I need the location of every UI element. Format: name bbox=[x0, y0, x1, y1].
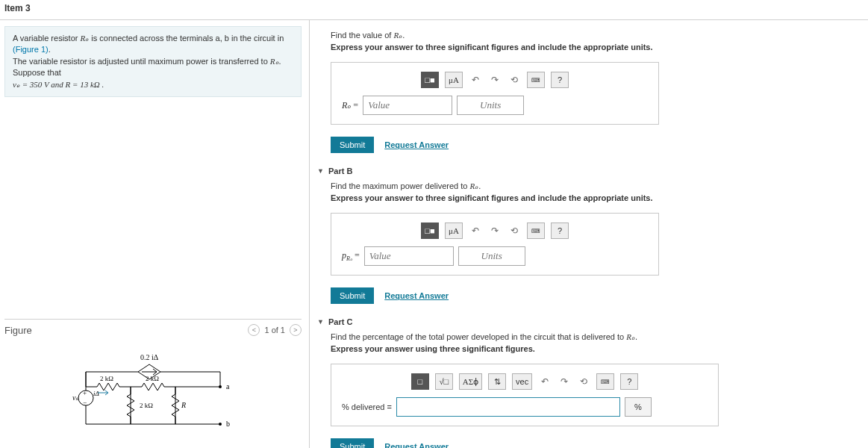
redo-icon[interactable]: ↷ bbox=[488, 224, 502, 237]
part-c-value-input[interactable] bbox=[396, 397, 620, 417]
problem-statement: A variable resistor Rₒ is connected acro… bbox=[4, 26, 302, 97]
figure-header: Figure < 1 of 1 > bbox=[4, 319, 302, 340]
part-a-request-answer-link[interactable]: Request Answer bbox=[384, 140, 449, 149]
reset-icon[interactable]: ⟲ bbox=[508, 224, 521, 237]
part-c-instructions: Express your answer using three signific… bbox=[331, 344, 853, 353]
part-c-answer-box: □ √□ ΑΣϕ ⇅ vec ↶ ↷ ⟲ ⌨ ? % delivered = bbox=[331, 364, 719, 426]
part-b-answer-box: □■ μA ↶ ↷ ⟲ ⌨ ? pRₒ = bbox=[331, 213, 659, 276]
svg-text:iΔ: iΔ bbox=[93, 390, 99, 397]
undo-icon[interactable]: ↶ bbox=[469, 224, 482, 237]
help-button[interactable]: ? bbox=[620, 373, 638, 390]
part-c-request-answer-link[interactable]: Request Answer bbox=[384, 442, 449, 448]
prev-figure-button[interactable]: < bbox=[248, 324, 260, 336]
part-b: Find the maximum power delivered to Rₒ. … bbox=[317, 178, 853, 310]
units-mu-button[interactable]: μA bbox=[445, 72, 463, 88]
keyboard-icon[interactable]: ⌨ bbox=[596, 373, 614, 390]
figure-pager: < 1 of 1 > bbox=[248, 324, 302, 336]
part-c-header[interactable]: ▼ Part C bbox=[317, 317, 853, 326]
right-panel: Find the value of Rₒ. Express your answe… bbox=[310, 20, 868, 448]
part-b-units-input[interactable] bbox=[458, 246, 525, 266]
part-c: Find the percentage of the total power d… bbox=[317, 329, 853, 448]
figure-title: Figure bbox=[4, 325, 32, 336]
part-b-header[interactable]: ▼ Part B bbox=[317, 167, 853, 175]
undo-icon[interactable]: ↶ bbox=[538, 375, 552, 388]
part-c-var-label: % delivered = bbox=[342, 402, 392, 411]
part-a: Find the value of Rₒ. Express your answe… bbox=[317, 28, 853, 159]
svg-text:+: + bbox=[83, 389, 87, 396]
updown-button[interactable]: ⇅ bbox=[488, 373, 506, 390]
next-figure-button[interactable]: > bbox=[290, 324, 302, 336]
part-a-answer-box: □■ μA ↶ ↷ ⟲ ⌨ ? Rₒ = bbox=[331, 62, 659, 125]
reset-icon[interactable]: ⟲ bbox=[577, 375, 590, 388]
redo-icon[interactable]: ↷ bbox=[558, 375, 571, 388]
svg-text:vₛ: vₛ bbox=[72, 393, 78, 402]
part-b-request-answer-link[interactable]: Request Answer bbox=[384, 291, 449, 300]
circuit-figure: 0.2 iΔ 2 kΩ 2 kΩ 2 kΩ R a b vₛ + − iΔ bbox=[4, 340, 302, 448]
sqrt-button[interactable]: √□ bbox=[435, 373, 453, 390]
keyboard-icon[interactable]: ⌨ bbox=[527, 72, 545, 88]
svg-point-23 bbox=[219, 423, 222, 426]
part-b-toolbar: □■ μA ↶ ↷ ⟲ ⌨ ? bbox=[342, 223, 648, 239]
units-mu-button[interactable]: μA bbox=[445, 223, 463, 239]
svg-text:2 kΩ: 2 kΩ bbox=[100, 375, 113, 382]
greek-button[interactable]: ΑΣϕ bbox=[459, 373, 482, 390]
left-panel: A variable resistor Rₒ is connected acro… bbox=[0, 20, 310, 448]
svg-text:0.2 iΔ: 0.2 iΔ bbox=[140, 353, 159, 361]
reset-icon[interactable]: ⟲ bbox=[508, 73, 521, 87]
svg-point-22 bbox=[219, 385, 222, 388]
svg-text:a: a bbox=[226, 382, 230, 391]
part-a-toolbar: □■ μA ↶ ↷ ⟲ ⌨ ? bbox=[342, 72, 648, 88]
part-a-value-input[interactable] bbox=[363, 96, 452, 115]
keyboard-icon[interactable]: ⌨ bbox=[527, 223, 545, 239]
help-button[interactable]: ? bbox=[551, 72, 569, 88]
svg-text:2 kΩ: 2 kΩ bbox=[140, 402, 153, 409]
item-title: Item 3 bbox=[0, 0, 868, 19]
template-icon[interactable]: □ bbox=[411, 373, 429, 390]
part-a-submit-button[interactable]: Submit bbox=[331, 137, 374, 153]
part-c-toolbar: □ √□ ΑΣϕ ⇅ vec ↶ ↷ ⟲ ⌨ ? bbox=[342, 373, 708, 390]
part-b-var-label: pRₒ = bbox=[342, 250, 360, 262]
template-icon[interactable]: □■ bbox=[421, 72, 439, 88]
part-a-instructions: Express your answer to three significant… bbox=[331, 43, 853, 52]
part-b-submit-button[interactable]: Submit bbox=[331, 287, 374, 304]
redo-icon[interactable]: ↷ bbox=[488, 73, 502, 87]
caret-down-icon: ▼ bbox=[317, 318, 324, 326]
part-c-submit-button[interactable]: Submit bbox=[331, 438, 374, 448]
svg-text:−: − bbox=[83, 399, 87, 406]
help-button[interactable]: ? bbox=[551, 223, 569, 239]
part-a-var-label: Rₒ = bbox=[342, 100, 358, 111]
pager-text: 1 of 1 bbox=[264, 326, 285, 335]
template-icon[interactable]: □■ bbox=[421, 223, 439, 239]
part-a-units-input[interactable] bbox=[457, 96, 524, 115]
figure-link[interactable]: (Figure 1) bbox=[13, 45, 49, 54]
svg-text:2 kΩ: 2 kΩ bbox=[146, 375, 159, 382]
svg-text:b: b bbox=[226, 420, 230, 428]
vec-button[interactable]: vec bbox=[512, 373, 532, 390]
undo-icon[interactable]: ↶ bbox=[469, 73, 482, 87]
svg-text:R: R bbox=[181, 401, 186, 409]
part-c-unit-label: % bbox=[625, 397, 652, 417]
caret-down-icon: ▼ bbox=[317, 167, 324, 175]
part-b-instructions: Express your answer to three significant… bbox=[331, 193, 853, 202]
part-b-value-input[interactable] bbox=[364, 246, 454, 266]
